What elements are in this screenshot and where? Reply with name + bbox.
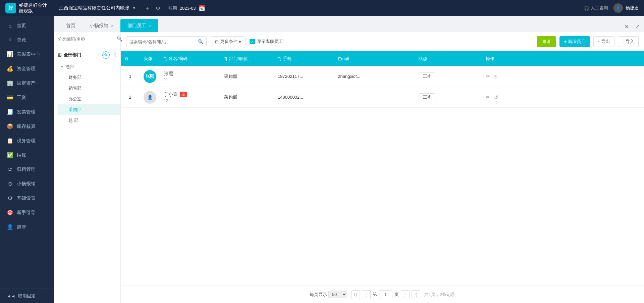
sidebar-item-salary-label: 工资	[17, 95, 26, 101]
dept-item-finance[interactable]: 财务部	[58, 72, 120, 83]
dept-grid-icon: ⊞	[58, 52, 62, 58]
import-button[interactable]: ↓ 导入	[618, 36, 639, 47]
th-phone-sort-icon: ⇅	[278, 56, 281, 61]
dept-item-hq[interactable]: 总 部	[58, 115, 120, 126]
dept-add-button[interactable]: ✎	[102, 51, 110, 59]
sidebar-item-expense[interactable]: ⊙ 小畅报销	[0, 176, 54, 191]
tab-expense-close[interactable]: ×	[111, 23, 113, 28]
dept-search-area: 🔍	[54, 32, 120, 46]
show-resigned-toggle[interactable]: ✓ 显示离职员工	[250, 39, 283, 45]
td-status-2: 正常	[415, 93, 482, 101]
sidebar-item-invoice[interactable]: 🧾 发票管理	[0, 105, 54, 119]
tab-home[interactable]: 首页	[59, 19, 83, 32]
row2-edit-icon[interactable]: ✏	[486, 94, 490, 100]
row2-dept: 采购部	[224, 95, 237, 100]
row2-ying-badge: 应	[180, 92, 187, 97]
sidebar-item-basesettings[interactable]: ⚙ 基础设置	[0, 191, 54, 205]
ledger-icon: ≡	[7, 37, 13, 43]
sidebar-item-settle[interactable]: ✅ 结账	[0, 148, 54, 162]
row2-name-badge: 宁小壹 应	[164, 92, 216, 98]
sidebar-item-archive[interactable]: 🗂 归档管理	[0, 162, 54, 176]
filter-button[interactable]: ⊟ 更多条件 ▾	[211, 36, 246, 47]
td-name-2: 宁小壹 应 12	[160, 92, 220, 103]
row2-action-btns: ✏ ↺	[486, 94, 518, 100]
row1-dept: 采购部	[224, 74, 237, 79]
tab-expense[interactable]: 小畅报销 ×	[83, 19, 120, 32]
show-resigned-checkbox[interactable]: ✓	[250, 39, 255, 44]
sidebar-item-guide[interactable]: 🎯 新手引导	[0, 205, 54, 220]
dept-item-purchase[interactable]: 采购部	[58, 104, 120, 115]
avatar-2: 👤	[144, 91, 156, 104]
tab-employees[interactable]: 部门员工 ×	[120, 19, 158, 32]
td-phone-2: 140000002...	[274, 95, 334, 100]
dept-search-input[interactable]	[58, 37, 114, 42]
table-row: 1 张熙 张熙 11	[121, 66, 644, 87]
td-dept-1: 采购部	[220, 73, 274, 80]
dept-item-zongbu[interactable]: ▼ 总部	[54, 61, 120, 72]
search-input[interactable]	[129, 39, 196, 44]
tab-employees-close[interactable]: ×	[149, 23, 151, 28]
sidebar-item-expense-label: 小畅报销	[17, 181, 36, 187]
avatar-1: 张熙	[144, 70, 156, 83]
dept-sidebar: 🔍 ⊞ 全部部门 ✎ 《 ▼	[54, 32, 121, 303]
dept-item-zongbu-label: 总部	[66, 64, 74, 70]
td-status-1: 正常	[415, 72, 482, 80]
tab-expand-button[interactable]: ⤢	[633, 22, 641, 31]
dept-all-label: 全部部门	[64, 52, 81, 58]
app-logo: 好	[5, 3, 16, 13]
th-dept[interactable]: ⇅ 部门/职位	[220, 56, 274, 62]
next-page-button[interactable]: ⟩	[401, 290, 410, 299]
dept-all-button[interactable]: ⊞ 全部部门	[58, 52, 81, 58]
dept-item-sales[interactable]: 销售部	[58, 83, 120, 94]
period-label: 账期	[168, 5, 177, 11]
headset-icon: 🎧	[584, 6, 589, 11]
table-header: ⚙ 头像 ⇅ 姓名/编码 ⇅ 部门/职位	[121, 51, 644, 66]
sidebar-item-reports[interactable]: 📊 云报表中心	[0, 47, 54, 61]
sidebar-item-admin[interactable]: 👤 超管	[0, 220, 54, 234]
row1-logout-icon[interactable]: ⎋	[494, 73, 497, 79]
th-phone-label: 手机	[283, 56, 291, 62]
invite-button[interactable]: 邀请	[537, 36, 556, 47]
add-button[interactable]: ＋	[144, 4, 150, 12]
row2-name: 宁小壹	[164, 92, 178, 98]
th-name-code[interactable]: ⇅ 姓名/编码	[160, 56, 220, 62]
add-employee-button[interactable]: + 新增员工	[559, 36, 590, 47]
sidebar-item-tax[interactable]: 📋 税务管理	[0, 134, 54, 148]
first-page-button[interactable]: ⟨⟨	[351, 290, 360, 299]
th-settings[interactable]: ⚙	[121, 56, 140, 61]
page-number-input[interactable]	[379, 290, 392, 299]
export-button[interactable]: ↑ 导出	[593, 36, 614, 47]
show-resigned-label: 显示离职员工	[257, 39, 283, 45]
row2-delete-icon[interactable]: ↺	[494, 94, 498, 100]
company-selector[interactable]: 江西服宝精品有限责任公司内账张 ▼	[59, 5, 136, 11]
admin-icon: 👤	[7, 224, 13, 230]
th-phone[interactable]: ⇅ 手机	[274, 56, 334, 62]
dept-collapse-icon[interactable]: 《	[112, 52, 116, 58]
row1-action-btns: ✏ ⎋	[486, 73, 518, 80]
th-email-label: Email	[338, 56, 349, 61]
last-page-button[interactable]: ⟩⟩	[412, 290, 420, 299]
basesettings-icon: ⚙	[7, 195, 13, 201]
support-button[interactable]: 🎧 人工咨询	[584, 5, 608, 11]
settings-icon[interactable]: ⚙	[156, 5, 160, 11]
page-size-dropdown[interactable]: 50 100	[328, 291, 347, 298]
reports-icon: 📊	[7, 51, 13, 57]
tab-close-button[interactable]: ✕	[623, 22, 631, 31]
row2-phone: 140000002...	[278, 95, 303, 100]
search-icon[interactable]: 🔍	[198, 39, 204, 44]
sidebar-item-assets[interactable]: 🏢 固定资产	[0, 76, 54, 90]
row1-edit-icon[interactable]: ✏	[486, 73, 490, 80]
archive-icon: 🗂	[7, 166, 13, 172]
calendar-icon[interactable]: 📅	[199, 5, 205, 11]
sidebar-item-ledger[interactable]: ≡ 总账	[0, 33, 54, 47]
column-settings-icon: ⚙	[125, 56, 129, 61]
dept-item-office[interactable]: 办公室	[58, 94, 120, 104]
sidebar-item-salary[interactable]: 💳 工资	[0, 90, 54, 105]
user-area[interactable]: 👤 畅捷通	[613, 3, 639, 13]
unpin-button[interactable]: ◄◄ 取消固定	[0, 289, 54, 303]
sidebar-item-funds[interactable]: 💰 资金管理	[0, 61, 54, 76]
sidebar-item-inventory[interactable]: 📦 库存核算	[0, 119, 54, 134]
prev-page-button[interactable]: ⟨	[362, 290, 371, 299]
th-actions: 操作	[482, 56, 522, 62]
sidebar-item-home[interactable]: ⌂ 首页	[0, 19, 54, 33]
